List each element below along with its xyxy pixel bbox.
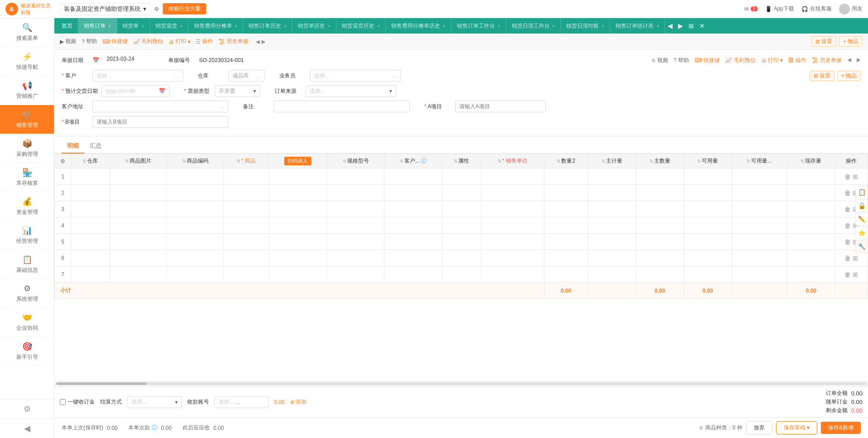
tab-sales-order-history[interactable]: 销售订单历史 ×: [243, 18, 292, 34]
tab-close-icon[interactable]: ×: [443, 24, 446, 29]
tab-return-history[interactable]: 销货退货历史 ×: [336, 18, 386, 34]
row-product-1[interactable]: [224, 168, 269, 185]
col-header-barcode[interactable]: 扫码录入: [269, 154, 327, 168]
float-btn-3[interactable]: ✏️: [855, 213, 868, 226]
tab-detail[interactable]: 明细: [62, 139, 84, 154]
sidebar-item-operations[interactable]: 📊 经营管理: [0, 221, 54, 250]
tab-close-icon[interactable]: ×: [601, 24, 604, 29]
sidebar-item-marketing[interactable]: 📢 营销推广: [0, 76, 54, 105]
draft-chevron-icon[interactable]: ▾: [807, 424, 810, 431]
copy-icon[interactable]: ⊞: [853, 255, 858, 262]
sidebar-item-purchase[interactable]: 📦 采购管理: [0, 134, 54, 163]
table-scrollbar[interactable]: [54, 381, 868, 386]
print-btn[interactable]: 🖨 打印 ▾: [169, 38, 190, 45]
add-goods-btn2[interactable]: + 物品: [837, 71, 861, 81]
float-btn-5[interactable]: 🔧: [855, 240, 868, 253]
tab-close-icon[interactable]: ×: [284, 24, 286, 29]
tab-daily-account[interactable]: 钱货日清对账 ×: [561, 18, 610, 34]
tab-sales-stats[interactable]: 销售订单统计表 ×: [610, 18, 665, 34]
profit-btn2[interactable]: 📈 毛利预估: [725, 57, 755, 64]
online-service[interactable]: 🎧 在线客服: [801, 5, 832, 13]
delete-icon[interactable]: 🗑: [844, 206, 851, 213]
tab-close-icon[interactable]: ×: [108, 24, 111, 29]
delete-icon[interactable]: 🗑: [844, 222, 851, 229]
one-click-checkout-label[interactable]: 一键收订金: [60, 398, 95, 406]
history-btn[interactable]: 📜 历史单据: [218, 38, 248, 45]
user-info[interactable]: 用友: [839, 4, 863, 14]
sidebar-item-sales[interactable]: 🛒 销售管理: [0, 105, 54, 134]
barcode-button[interactable]: 扫码录入: [284, 157, 311, 165]
delivery-date-input[interactable]: yyyy-mm-dd 📅: [102, 85, 170, 97]
float-btn-2[interactable]: 🔒: [855, 199, 868, 212]
settings-button[interactable]: ⊞ 设置: [811, 36, 836, 47]
copy-icon[interactable]: ⊞: [853, 173, 858, 180]
tab-sales-invoice[interactable]: 销货单 ×: [117, 18, 150, 34]
one-click-checkout-checkbox[interactable]: [60, 399, 66, 405]
float-btn-4[interactable]: ⭐: [855, 226, 868, 239]
tab-close-icon[interactable]: ×: [180, 24, 183, 29]
delete-icon[interactable]: 🗑: [844, 271, 851, 278]
row-main-qty-1[interactable]: [636, 168, 684, 185]
view-video-btn[interactable]: ▶ 视频: [60, 38, 76, 45]
op-btn2[interactable]: ☰ 操作: [788, 57, 806, 64]
payment-method-select[interactable]: 选择... ▾: [127, 396, 182, 408]
sidebar-item-inventory[interactable]: 🏪 库存核算: [0, 163, 54, 192]
system-title[interactable]: 装备及固定资产辅助管理系统 ▾: [60, 3, 150, 15]
save-new-button[interactable]: 保存&新增: [821, 422, 861, 434]
tab-close-icon[interactable]: ×: [141, 24, 144, 29]
tab-close-icon[interactable]: ×: [328, 24, 330, 29]
add-goods-button[interactable]: + 物品: [839, 36, 863, 47]
row-customer-col-1[interactable]: [384, 168, 442, 185]
delete-icon[interactable]: 🗑: [844, 255, 851, 262]
tab-invoice-history[interactable]: 销货单历史 ×: [292, 18, 336, 34]
save-draft-button[interactable]: 保存草稿 ▾: [776, 421, 817, 434]
order-source-input[interactable]: 选择... ▾: [305, 85, 396, 97]
tab-close-all-button[interactable]: ✕: [697, 22, 708, 29]
tab-expand-button[interactable]: ⊞: [686, 22, 697, 29]
add-btn[interactable]: ⊕ 添加: [290, 398, 306, 406]
nav-prev-icon[interactable]: ◀: [256, 39, 260, 45]
sidebar-item-quicknav[interactable]: ⚡ 快捷导航: [0, 47, 54, 76]
row-qty2-1[interactable]: [544, 168, 588, 185]
row-attr-1[interactable]: [442, 168, 481, 185]
sidebar-item-system[interactable]: ⚙ 系统管理: [0, 279, 54, 308]
delete-icon[interactable]: 🗑: [844, 238, 851, 245]
row-unit-1[interactable]: [481, 168, 544, 185]
solution-button[interactable]: 体验行业方案: [163, 3, 206, 14]
tab-prev-button[interactable]: ◀: [665, 22, 675, 29]
help-btn2[interactable]: ? 帮助: [674, 57, 689, 64]
help-btn[interactable]: ? 帮助: [82, 38, 97, 45]
operation-btn[interactable]: ☰ 操作: [196, 38, 213, 45]
address-input[interactable]: ...: [92, 101, 228, 112]
tab-next-button[interactable]: ▶: [675, 22, 686, 29]
nav-next2[interactable]: ▶: [857, 57, 861, 64]
nav-next-icon[interactable]: ▶: [262, 39, 266, 45]
sidebar-item-basic[interactable]: 📋 基础信息: [0, 250, 54, 279]
a-project-input[interactable]: [455, 101, 546, 112]
col-header-gear[interactable]: ⚙: [55, 154, 71, 168]
tab-close-icon[interactable]: ×: [656, 24, 659, 29]
gear-icon[interactable]: ⚙: [60, 158, 65, 164]
tab-close-icon[interactable]: ×: [498, 24, 500, 29]
settings-btn2[interactable]: ⊞ 设置: [810, 71, 834, 81]
app-download[interactable]: 📱 App下载: [765, 5, 794, 13]
nav-prev2[interactable]: ◀: [847, 57, 851, 64]
tab-sales-expense[interactable]: 销售费用分摊单 ×: [189, 18, 243, 34]
float-btn-1[interactable]: 📋: [855, 186, 868, 198]
profit-forecast-btn[interactable]: 📈 毛利预估: [133, 38, 163, 45]
row-spec-1[interactable]: [327, 168, 384, 185]
shortcut-btn[interactable]: ⌨ 快捷键: [102, 38, 128, 45]
tab-close-icon[interactable]: ×: [553, 24, 555, 29]
credit-info-icon[interactable]: ⓘ: [152, 424, 157, 432]
sidebar-item-search[interactable]: 🔍 搜索菜单: [0, 18, 54, 47]
sidebar-item-guide[interactable]: 🎯 新手引导: [0, 337, 54, 366]
history-btn2[interactable]: 📜 历史单据: [812, 57, 842, 64]
tab-close-icon[interactable]: ×: [235, 24, 238, 29]
customer-input[interactable]: 选择... ...: [92, 70, 183, 82]
tab-sales-return[interactable]: 销货退货 ×: [150, 18, 189, 34]
warehouse-input[interactable]: 成品库 ...: [228, 70, 265, 82]
tab-summary[interactable]: 汇总: [84, 139, 107, 154]
settings-icon[interactable]: ⚙: [154, 6, 159, 12]
receipt-account-select[interactable]: 选择... ...: [214, 396, 269, 408]
b-project-input[interactable]: [92, 116, 228, 128]
